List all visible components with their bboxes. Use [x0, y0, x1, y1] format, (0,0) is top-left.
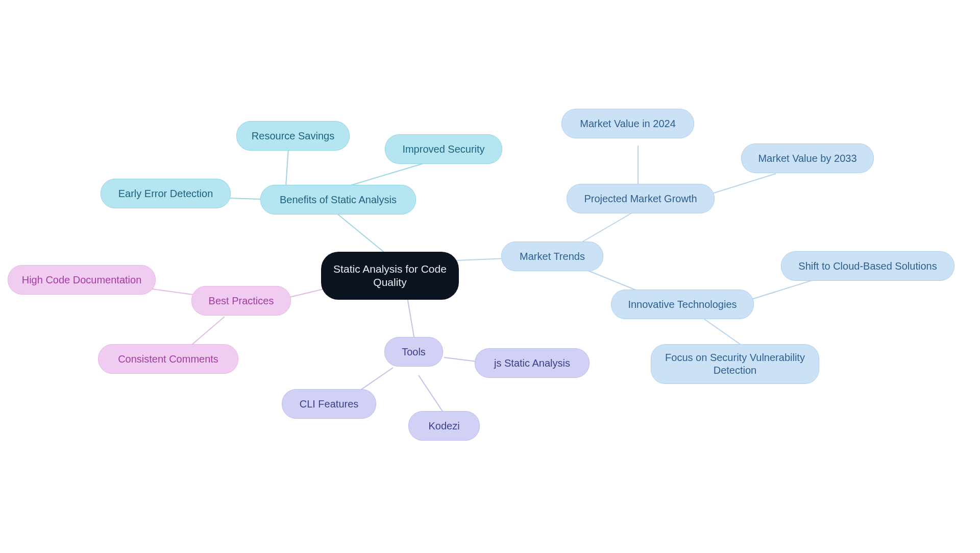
tools-cli[interactable]: CLI Features — [282, 389, 376, 419]
market-growth-node[interactable]: Projected Market Growth — [567, 184, 715, 213]
best-high-doc[interactable]: High Code Documentation — [8, 265, 156, 295]
tools-kodezi[interactable]: Kodezi — [408, 411, 480, 441]
svg-line-14 — [419, 375, 444, 414]
mindmap-canvas: Static Analysis for Code Quality Benefit… — [0, 0, 980, 553]
innovative-tech-node[interactable]: Innovative Technologies — [611, 290, 754, 319]
svg-line-0 — [332, 209, 388, 255]
svg-line-17 — [189, 317, 225, 347]
benefits-early-error[interactable]: Early Error Detection — [101, 179, 231, 208]
svg-line-2 — [347, 163, 424, 186]
market-trends-node[interactable]: Market Trends — [501, 242, 603, 271]
root-node[interactable]: Static Analysis for Code Quality — [321, 252, 459, 300]
svg-line-5 — [577, 209, 638, 245]
tools-js-static[interactable]: js Static Analysis — [475, 348, 590, 378]
cloud-solutions-node[interactable]: Shift to Cloud-Based Solutions — [781, 251, 954, 281]
benefits-node[interactable]: Benefits of Static Analysis — [260, 185, 416, 214]
benefits-improved-security[interactable]: Improved Security — [385, 134, 502, 164]
tools-node[interactable]: Tools — [384, 337, 443, 367]
market-value-2033[interactable]: Market Value by 2033 — [741, 143, 874, 173]
security-vuln-node[interactable]: Focus on Security Vulnerability Detectio… — [651, 344, 819, 384]
market-value-2024[interactable]: Market Value in 2024 — [561, 109, 694, 138]
benefits-resource-savings[interactable]: Resource Savings — [236, 121, 350, 151]
best-consistent-comments[interactable]: Consistent Comments — [98, 344, 238, 374]
svg-line-1 — [286, 148, 288, 186]
best-practices-node[interactable]: Best Practices — [191, 286, 291, 316]
